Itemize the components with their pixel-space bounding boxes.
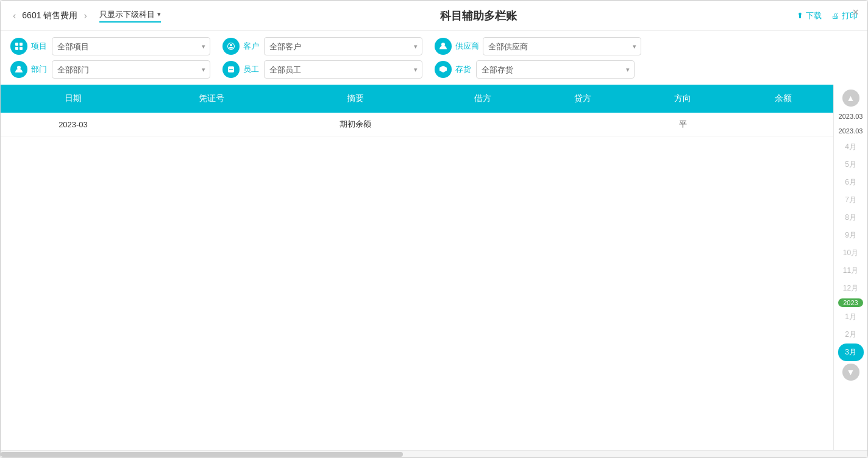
timeline-sidebar: ▲ 2023.03 2023.03 4月 5月 6月 7月 8月 9月 10月 … <box>833 85 867 450</box>
show-sub-filter[interactable]: 只显示下级科目 ▾ <box>99 9 161 23</box>
filter-row-1: 项目 全部项目 ▾ 客户 全部客户 <box>10 37 858 55</box>
cell-voucher <box>146 113 278 136</box>
download-icon: ⬆ <box>797 11 803 20</box>
cell-debit <box>433 113 533 136</box>
department-filter-item: 部门 全部部门 ▾ <box>10 60 210 79</box>
svg-rect-1 <box>20 43 23 46</box>
print-icon: 🖨 <box>831 11 839 20</box>
table-header-row: 日期 凭证号 摘要 借方 贷方 方向 余额 <box>1 85 833 113</box>
timeline-down-button[interactable]: ▼ <box>842 364 859 381</box>
employee-label: 员工 <box>243 64 260 75</box>
show-sub-label: 只显示下级科目 <box>99 9 155 20</box>
project-select[interactable]: 全部项目 <box>52 37 210 55</box>
main-window: × ‹ 6601 销售费用 › 只显示下级科目 ▾ 科目辅助多栏账 ⬆ 下载 🖨… <box>0 0 868 458</box>
employee-select[interactable]: 全部员工 <box>264 60 422 79</box>
table-row[interactable]: 2023-03 期初余额 平 <box>1 113 833 136</box>
customer-select-wrap: 全部客户 ▾ <box>264 37 422 55</box>
employee-select-wrap: 全部员工 ▾ <box>264 60 422 79</box>
action-buttons: ⬆ 下载 🖨 打印 <box>797 10 858 21</box>
project-label: 项目 <box>31 41 48 52</box>
table-area[interactable]: 日期 凭证号 摘要 借方 贷方 方向 余额 2023-03 期初余额 平 <box>1 85 833 450</box>
inventory-filter-item: 存货 全部存货 ▾ <box>435 60 635 79</box>
department-select[interactable]: 全部部门 <box>52 60 210 79</box>
supplier-select-wrap: 全部供应商 ▾ <box>483 37 641 55</box>
project-filter-item: 项目 全部项目 ▾ <box>10 37 210 55</box>
cell-balance <box>733 113 833 136</box>
cell-date: 2023-03 <box>1 113 146 136</box>
timeline-up-button[interactable]: ▲ <box>842 90 859 107</box>
department-icon <box>10 61 27 78</box>
timeline-item-11[interactable]: 11月 <box>834 262 867 280</box>
account-code-label: 6601 销售费用 <box>22 10 77 21</box>
filter-area: 项目 全部项目 ▾ 客户 全部客户 <box>1 31 867 85</box>
svg-rect-3 <box>20 47 23 50</box>
inventory-select[interactable]: 全部存货 <box>476 60 635 79</box>
close-button[interactable]: × <box>852 7 859 18</box>
timeline-item-7[interactable]: 7月 <box>834 191 867 209</box>
employee-icon <box>222 61 240 78</box>
year-badge-2023: 2023 <box>838 298 863 307</box>
nav-prev-button[interactable]: ‹ <box>10 10 18 21</box>
svg-rect-2 <box>15 47 18 50</box>
customer-filter-item: 客户 全部客户 ▾ <box>222 37 422 55</box>
col-debit: 借方 <box>433 85 533 113</box>
supplier-select[interactable]: 全部供应商 <box>483 37 641 55</box>
timeline-item-10[interactable]: 10月 <box>834 244 867 262</box>
col-balance: 余额 <box>733 85 833 113</box>
customer-select[interactable]: 全部客户 <box>264 37 422 55</box>
cell-direction: 平 <box>633 113 733 136</box>
customer-label: 客户 <box>243 41 260 52</box>
employee-filter-item: 员工 全部员工 ▾ <box>222 60 422 79</box>
page-title: 科目辅助多栏账 <box>161 9 797 23</box>
filter-row-2: 部门 全部部门 ▾ 员工 <box>10 60 858 79</box>
supplier-icon <box>435 38 452 55</box>
svg-rect-0 <box>15 43 18 46</box>
scrollbar-thumb <box>1 452 403 457</box>
timeline-item-2023-03-1[interactable]: 2023.03 <box>834 109 867 124</box>
timeline-item-4[interactable]: 4月 <box>834 138 867 156</box>
inventory-label: 存货 <box>455 64 472 75</box>
project-select-wrap: 全部项目 ▾ <box>52 37 210 55</box>
timeline-item-1[interactable]: 1月 <box>834 308 867 326</box>
department-label: 部门 <box>31 64 48 75</box>
timeline-item-2[interactable]: 2月 <box>834 326 867 344</box>
customer-icon <box>222 38 240 55</box>
svg-rect-7 <box>229 69 233 70</box>
col-summary: 摘要 <box>278 85 433 113</box>
inventory-select-wrap: 全部存货 ▾ <box>476 60 635 79</box>
department-select-wrap: 全部部门 ▾ <box>52 60 210 79</box>
data-table: 日期 凭证号 摘要 借方 贷方 方向 余额 2023-03 期初余额 平 <box>1 85 833 136</box>
cell-summary: 期初余额 <box>278 113 433 136</box>
download-label: 下载 <box>806 10 822 21</box>
project-icon <box>10 38 27 55</box>
cell-credit <box>533 113 633 136</box>
top-bar: ‹ 6601 销售费用 › 只显示下级科目 ▾ 科目辅助多栏账 ⬆ 下载 🖨 打… <box>1 1 867 31</box>
supplier-label: 供应商 <box>455 41 479 52</box>
supplier-filter-item: 供应商 全部供应商 ▾ <box>435 37 641 55</box>
download-button[interactable]: ⬆ 下载 <box>797 10 822 21</box>
main-content: 日期 凭证号 摘要 借方 贷方 方向 余额 2023-03 期初余额 平 <box>1 85 867 450</box>
timeline-item-2023-03-2[interactable]: 2023.03 <box>834 124 867 138</box>
horizontal-scrollbar[interactable] <box>1 450 867 457</box>
col-voucher: 凭证号 <box>146 85 278 113</box>
nav-next-button[interactable]: › <box>81 10 89 21</box>
timeline-item-12[interactable]: 12月 <box>834 280 867 297</box>
inventory-icon <box>435 61 452 78</box>
timeline-item-6[interactable]: 6月 <box>834 174 867 191</box>
timeline-item-3-active[interactable]: 3月 <box>838 344 864 361</box>
col-date: 日期 <box>1 85 146 113</box>
timeline-item-5[interactable]: 5月 <box>834 156 867 174</box>
timeline-item-8[interactable]: 8月 <box>834 209 867 227</box>
timeline-item-9[interactable]: 9月 <box>834 227 867 244</box>
col-direction: 方向 <box>633 85 733 113</box>
col-credit: 贷方 <box>533 85 633 113</box>
